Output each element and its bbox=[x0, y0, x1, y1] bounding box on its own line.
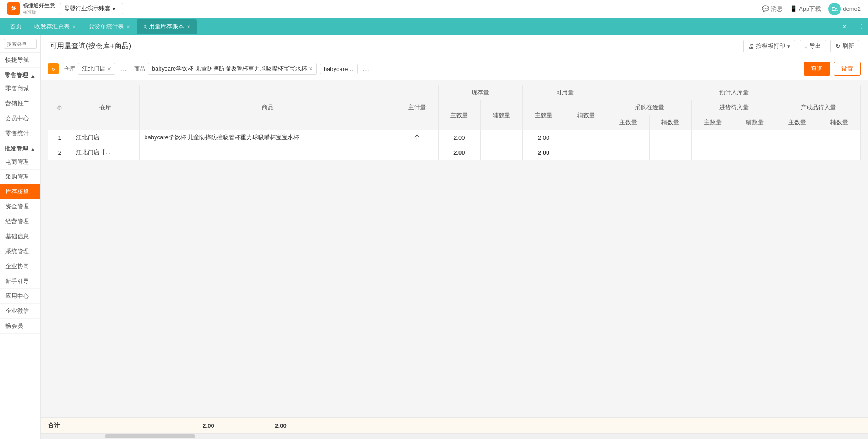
sidebar: 快捷导航 零售管理 ▲ 零售商城 营销推广 会员中心 零售统计 批发管理 ▲ 电… bbox=[0, 35, 41, 439]
tab-receive-pay-close[interactable]: ✕ bbox=[72, 24, 76, 29]
sidebar-item-retail-stats[interactable]: 零售统计 bbox=[0, 126, 40, 141]
sidebar-item-app-center[interactable]: 应用中心 bbox=[0, 289, 40, 304]
cell-product-main-2 bbox=[776, 145, 818, 160]
sidebar-item-purchase[interactable]: 采购管理 bbox=[0, 170, 40, 184]
tab-order-stats-label: 要货单统计表 bbox=[89, 23, 124, 31]
print-template-label: 按模板打印 bbox=[756, 42, 785, 50]
message-button[interactable]: 💬 消息 bbox=[762, 5, 783, 13]
user-avatar: Ea bbox=[828, 3, 841, 15]
table-area: ⚙ 仓库 商品 主计量 现存量 bbox=[41, 80, 868, 417]
username-label: demo2 bbox=[843, 5, 861, 12]
app-download-button[interactable]: 📱 App下载 bbox=[790, 5, 821, 13]
cell-stock-main-1: 2.00 bbox=[438, 130, 480, 145]
maximize-icon[interactable]: ⛶ bbox=[853, 22, 864, 31]
scrollbar-thumb[interactable] bbox=[105, 434, 195, 438]
goods-filter-tag2[interactable]: babycare… bbox=[320, 64, 358, 74]
sidebar-item-basic-info[interactable]: 基础信息 bbox=[0, 229, 40, 244]
export-button[interactable]: ↓ 导出 bbox=[800, 40, 826, 52]
sidebar-item-quick-nav[interactable]: 快捷导航 bbox=[0, 53, 40, 68]
content-area: 可用量查询(按仓库+商品) 🖨 按模板打印 ▾ ↓ 导出 ↻ 刷新 » bbox=[41, 35, 868, 439]
warehouse-filter-tag[interactable]: 江北门店 ✕ bbox=[78, 63, 115, 75]
warehouse-more-icon[interactable]: … bbox=[118, 65, 129, 73]
warehouse-remove-icon[interactable]: ✕ bbox=[107, 66, 111, 72]
cell-inbound-main-2 bbox=[692, 145, 734, 160]
print-template-button[interactable]: 🖨 按模板打印 ▾ bbox=[743, 40, 795, 52]
cell-product-main-1 bbox=[776, 130, 818, 145]
top-bar-left: 好 畅捷通好生意 标准版 母婴行业演示账套 ▾ bbox=[7, 2, 123, 15]
tab-available-stock-close[interactable]: ✕ bbox=[187, 24, 190, 29]
sidebar-item-ecommerce[interactable]: 电商管理 bbox=[0, 155, 40, 170]
data-table: ⚙ 仓库 商品 主计量 现存量 bbox=[48, 85, 861, 160]
sidebar-section-wholesale[interactable]: 批发管理 ▲ bbox=[0, 141, 40, 155]
sidebar-item-operations[interactable]: 经营管理 bbox=[0, 214, 40, 229]
app-download-label: App下载 bbox=[799, 5, 821, 13]
chevron-down-icon: ▾ bbox=[113, 5, 116, 12]
footer-stock-aux bbox=[226, 422, 263, 429]
warehouse-filter-label: 仓库 bbox=[64, 65, 75, 73]
th-purchase-aux: 辅数量 bbox=[649, 115, 691, 130]
tab-receive-pay-label: 收发存汇总表 bbox=[34, 23, 70, 31]
tab-order-stats-close[interactable]: ✕ bbox=[127, 24, 130, 29]
settings-icon[interactable]: ⚙ bbox=[57, 104, 62, 111]
cell-purchase-main-2 bbox=[607, 145, 649, 160]
refresh-icon: ↻ bbox=[835, 43, 840, 50]
th-settings[interactable]: ⚙ bbox=[48, 85, 71, 130]
sidebar-item-inventory[interactable]: 库存核算 bbox=[0, 184, 40, 199]
goods-more-icon[interactable]: … bbox=[360, 65, 371, 73]
sidebar-item-system[interactable]: 系统管理 bbox=[0, 244, 40, 259]
sidebar-item-finance[interactable]: 资金管理 bbox=[0, 199, 40, 214]
sidebar-item-retail-store[interactable]: 零售商城 bbox=[0, 81, 40, 96]
page-actions: 🖨 按模板打印 ▾ ↓ 导出 ↻ 刷新 bbox=[743, 40, 859, 52]
main-layout: 快捷导航 零售管理 ▲ 零售商城 营销推广 会员中心 零售统计 批发管理 ▲ 电… bbox=[0, 35, 868, 439]
refresh-label: 刷新 bbox=[842, 42, 854, 50]
sidebar-item-vip-member[interactable]: 畅会员 bbox=[0, 319, 40, 334]
th-inbound-aux: 辅数量 bbox=[734, 115, 776, 130]
table-footer: 合计 2.00 2.00 bbox=[41, 417, 868, 434]
tab-order-stats[interactable]: 要货单统计表 ✕ bbox=[82, 19, 137, 34]
quick-nav-label: 快捷导航 bbox=[5, 57, 29, 63]
cell-warehouse-1: 江北门店 bbox=[71, 130, 140, 145]
settings-button[interactable]: 设置 bbox=[834, 62, 861, 76]
footer-label: 合计 bbox=[48, 421, 118, 430]
export-label: 导出 bbox=[809, 42, 821, 50]
th-expected-inbound: 预计入库量 bbox=[607, 85, 861, 100]
filter-toggle-button[interactable]: » bbox=[48, 63, 59, 74]
print-chevron-icon: ▾ bbox=[787, 43, 790, 50]
warehouse-filter-group: 仓库 江北门店 ✕ … bbox=[64, 63, 129, 75]
enterprise-selector[interactable]: 母婴行业演示账套 ▾ bbox=[60, 3, 123, 14]
tab-home[interactable]: 首页 bbox=[4, 19, 28, 34]
footer-values: 2.00 2.00 bbox=[118, 422, 299, 429]
query-button[interactable]: 查询 bbox=[804, 62, 830, 76]
refresh-button[interactable]: ↻ 刷新 bbox=[830, 40, 859, 52]
page-header: 可用量查询(按仓库+商品) 🖨 按模板打印 ▾ ↓ 导出 ↻ 刷新 bbox=[41, 35, 868, 57]
tab-available-stock[interactable]: 可用量库存账本 ✕ bbox=[137, 19, 197, 34]
sidebar-item-new-guide[interactable]: 新手引导 bbox=[0, 274, 40, 289]
th-available: 可用量 bbox=[523, 85, 607, 100]
cell-avail-aux-1 bbox=[565, 130, 607, 145]
user-area[interactable]: Ea demo2 bbox=[828, 3, 861, 15]
goods-remove-icon1[interactable]: ✕ bbox=[309, 66, 313, 72]
cell-inbound-main-1 bbox=[692, 130, 734, 145]
sidebar-section-retail[interactable]: 零售管理 ▲ bbox=[0, 68, 40, 81]
goods-filter-label: 商品 bbox=[134, 65, 145, 73]
retail-mgmt-label: 零售管理 bbox=[5, 71, 28, 80]
tab-receive-pay[interactable]: 收发存汇总表 ✕ bbox=[28, 19, 82, 34]
app-icon: 📱 bbox=[790, 5, 797, 12]
sidebar-item-enterprise-coop[interactable]: 企业协同 bbox=[0, 259, 40, 274]
logo-text-area: 畅捷通好生意 标准版 bbox=[23, 2, 55, 15]
sidebar-item-marketing[interactable]: 营销推广 bbox=[0, 96, 40, 111]
cell-goods-2 bbox=[140, 145, 396, 160]
sidebar-item-enterprise-wechat[interactable]: 企业微信 bbox=[0, 304, 40, 319]
search-input[interactable] bbox=[4, 39, 37, 49]
horizontal-scrollbar[interactable] bbox=[41, 434, 868, 439]
cell-product-aux-2 bbox=[818, 145, 861, 160]
goods-filter-tag1[interactable]: babycare学饮杯 儿童防摔防撞吸管杯重力球吸嘴杯宝宝水杯 ✕ bbox=[148, 63, 317, 75]
goods-filter-group: 商品 babycare学饮杯 儿童防摔防撞吸管杯重力球吸嘴杯宝宝水杯 ✕ bab… bbox=[134, 63, 372, 75]
sidebar-item-member[interactable]: 会员中心 bbox=[0, 111, 40, 126]
close-window-icon[interactable]: ✕ bbox=[839, 22, 850, 31]
th-main-unit: 主计量 bbox=[396, 85, 438, 130]
tab-available-stock-label: 可用量库存账本 bbox=[143, 23, 184, 31]
th-avail-main-qty: 主数量 bbox=[523, 100, 565, 130]
logo-text: 畅捷通好生意 bbox=[23, 2, 55, 9]
cell-avail-aux-2 bbox=[565, 145, 607, 160]
